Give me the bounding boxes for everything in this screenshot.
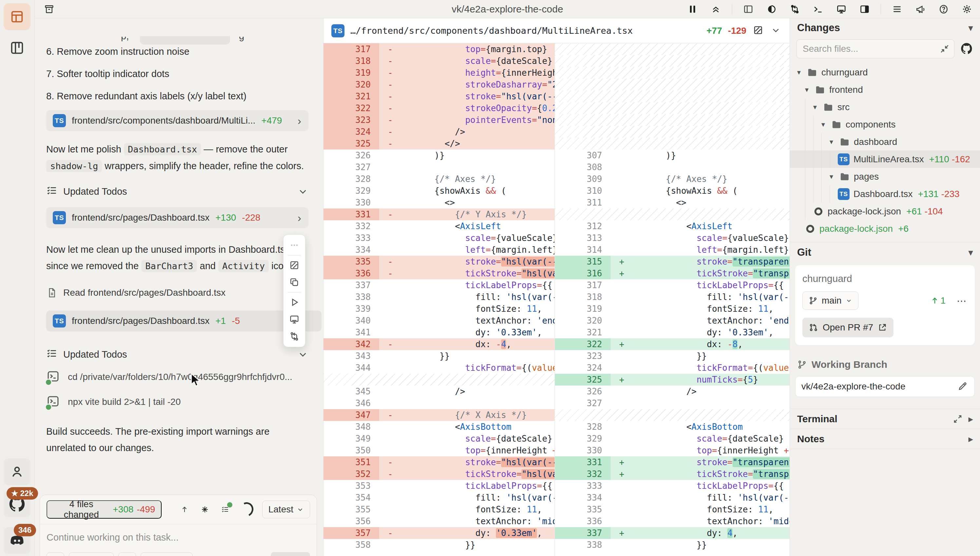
file-change-chip[interactable]: TSfrontend/src/pages/Dashboard.tsx+1-5 — [46, 310, 321, 331]
more-actions-button[interactable] — [287, 238, 302, 252]
diff-row — [555, 114, 789, 126]
diff-row: 340 textAnchor: 'end' — [323, 315, 555, 326]
fast-forward-button[interactable] — [118, 553, 136, 556]
diff-row: 321- stroke="hsl(var(--bord — [323, 91, 555, 102]
terminal-button[interactable] — [811, 2, 825, 16]
diff-row: 330 <> — [323, 197, 555, 208]
folder-icon — [823, 102, 838, 112]
expand-terminal-button[interactable] — [953, 414, 962, 424]
archive-button[interactable] — [42, 2, 57, 16]
caret-down-icon: ▾ — [813, 103, 823, 112]
diff-row — [555, 208, 789, 220]
send-button[interactable]: Send — [271, 552, 310, 556]
view-diff-button[interactable] — [287, 258, 302, 272]
feedback-button[interactable] — [913, 2, 928, 16]
terminal-section-header[interactable]: Terminal ▸ — [790, 409, 980, 429]
git-section-header[interactable]: Git ▾ — [790, 242, 980, 263]
chevron-down-icon — [297, 506, 304, 513]
branch-dropdown[interactable]: main — [802, 291, 858, 310]
file-change-chip[interactable]: TSfrontend/src/pages/Dashboard.tsx+130-2… — [46, 207, 308, 228]
git-more-button[interactable]: ⋯ — [957, 295, 967, 307]
diff-old-column: 317- top={margin.top}318- scale={dateSca… — [323, 43, 555, 556]
updated-todos-row[interactable]: Updated Todos — [46, 347, 308, 362]
model-dropdown[interactable]: Opus — [69, 553, 114, 556]
help-button[interactable] — [936, 2, 951, 16]
todos-status-button[interactable] — [219, 504, 231, 516]
attach-button[interactable] — [197, 554, 212, 556]
version-dropdown[interactable]: Latest — [262, 501, 310, 518]
copy-button[interactable] — [287, 275, 302, 289]
expand-icon — [953, 414, 962, 424]
notes-section-header[interactable]: Notes ▸ — [790, 429, 980, 449]
megaphone-icon — [915, 4, 925, 15]
diff-row: 331- {/* Y Axis */} — [323, 208, 555, 220]
window-title: vk/4e2a-explore-the-code — [452, 3, 563, 15]
read-file-row[interactable]: Read frontend/src/pages/Dashboard.tsx — [46, 286, 308, 299]
collapse-tree-button[interactable] — [940, 44, 950, 54]
tree-item-package-lock-json[interactable]: package-lock.json+6 — [790, 220, 980, 238]
files-changed-chip[interactable]: 4 files changed +308 -499 — [47, 500, 161, 519]
monitor-icon — [836, 4, 847, 15]
working-branch-field[interactable]: vk/4e2a-explore-the-code — [795, 376, 975, 397]
edit-branch-button[interactable] — [957, 381, 969, 393]
tree-item-src[interactable]: ▾src — [790, 99, 980, 116]
settings-button[interactable] — [960, 2, 974, 16]
added-count: +61 — [906, 206, 922, 217]
account-button[interactable] — [3, 458, 31, 485]
compare-button[interactable] — [287, 329, 302, 344]
git-compare-button[interactable] — [788, 2, 802, 16]
workspace-tab-active[interactable] — [3, 3, 31, 30]
message-input[interactable]: Continue working on this task... — [47, 532, 310, 543]
terminal-command-row[interactable]: npx vite build 2>&1 | tail -20 — [46, 394, 308, 410]
updated-todos-row[interactable]: Updated Todos — [46, 184, 308, 199]
diff-row: 344 tickFormat={(value) => — [323, 362, 555, 374]
tree-item-pages[interactable]: ▾pages — [790, 168, 980, 185]
file-change-chip[interactable]: TSfrontend/src/components/dashboard/Mult… — [46, 110, 308, 131]
caret-down-icon: ▾ — [805, 86, 815, 94]
pause-button[interactable] — [685, 2, 700, 16]
toggle-left-panel-button[interactable] — [741, 2, 756, 16]
repo-name: churnguard — [802, 273, 967, 284]
tree-item-multilinearea-tsx[interactable]: TSMultiLineArea.tsx+110-162 — [790, 150, 980, 168]
run-button[interactable] — [287, 295, 302, 309]
composer-settings-button[interactable] — [47, 553, 64, 556]
tree-item-components[interactable]: ▾components — [790, 116, 980, 133]
tree-item-dashboard-tsx[interactable]: TSDashboard.tsx+131-233 — [790, 185, 980, 203]
terminal-command-row[interactable]: cd /private/var/folders/10/h7w0q46556ggr… — [46, 369, 308, 385]
left-rail: ★22k 346 — [0, 0, 35, 556]
preview-app-button[interactable] — [287, 312, 302, 326]
added-count: +1 — [215, 316, 226, 326]
contrast-icon — [766, 4, 777, 15]
chevron-down-icon — [297, 349, 308, 360]
tree-item-churnguard[interactable]: ▾churnguard — [790, 64, 980, 81]
tree-item-frontend[interactable]: ▾frontend — [790, 81, 980, 99]
scroll-up-button[interactable] — [179, 504, 191, 516]
search-files-input[interactable] — [796, 39, 954, 58]
changes-section-header[interactable]: Changes ▾ — [790, 18, 980, 37]
diff-collapse-button[interactable] — [770, 25, 782, 37]
diff-row: 350 top={innerHeight + margin — [323, 444, 555, 456]
diff-row — [555, 91, 789, 102]
tree-item-package-lock-json[interactable]: package-lock.json+61-104 — [790, 203, 980, 220]
board-tab[interactable] — [3, 34, 31, 61]
menu-button[interactable] — [890, 2, 904, 16]
tree-item-dashboard[interactable]: ▾dashboard — [790, 133, 980, 150]
diff-view-mode-button[interactable] — [752, 25, 764, 37]
spark-button[interactable] — [199, 504, 211, 516]
theme-contrast-button[interactable] — [764, 2, 779, 16]
preview-button[interactable] — [834, 2, 849, 16]
removed-count: -233 — [941, 189, 960, 199]
checklist-icon — [46, 348, 57, 361]
github-context-button[interactable] — [216, 554, 231, 556]
github-repo-button[interactable] — [960, 42, 974, 56]
diff-row — [323, 374, 555, 386]
open-pr-button[interactable]: Open PR #7 — [802, 318, 893, 337]
toggle-right-panel-button[interactable] — [857, 2, 872, 16]
pause-icon — [687, 4, 698, 15]
diff-row: 336- tickStroke="hsl(var( — [323, 268, 555, 279]
mode-dropdown[interactable]: Default — [140, 553, 193, 556]
scroll-top-button[interactable] — [709, 2, 723, 16]
sign-button[interactable] — [235, 554, 250, 556]
diff-new-column: 307 )}308309 {/* Axes */}310 {showAxis &… — [555, 43, 789, 556]
diff-row: 335- stroke="hsl(var(--bord — [323, 256, 555, 268]
